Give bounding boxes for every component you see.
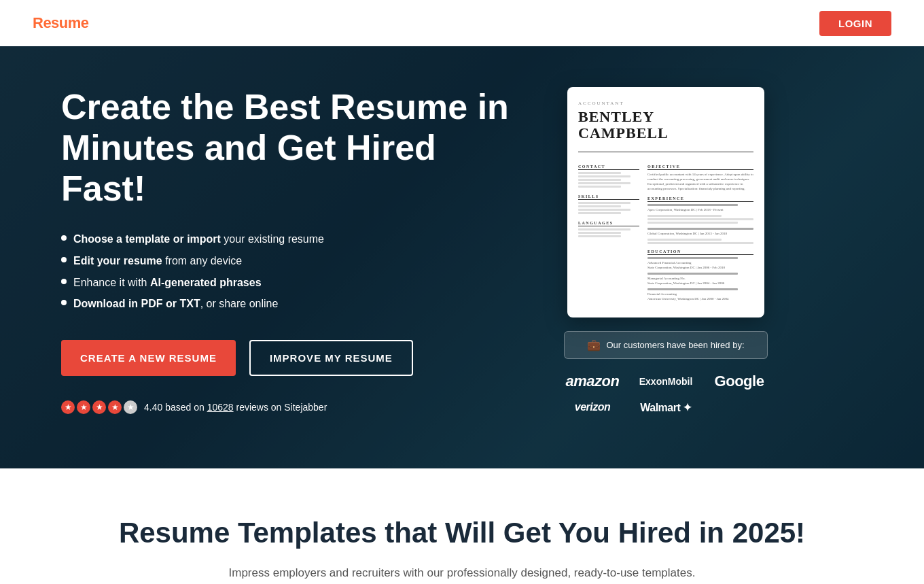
list-item: Choose a template or import your existin… bbox=[61, 230, 523, 248]
briefcase-icon: 💼 bbox=[587, 339, 601, 351]
list-item: Edit your resume from any device bbox=[61, 252, 523, 270]
improve-resume-button[interactable]: IMPROVE MY RESUME bbox=[249, 340, 413, 376]
hired-by-badge: 💼 Our customers have been hired by: bbox=[564, 331, 768, 359]
nav-links: AI Resume Builder Resume Cover Letter Bl… bbox=[509, 11, 892, 36]
hero-right: ACCOUNTANT BENTLEYCAMPBELL CONTACT SKILL… bbox=[564, 87, 768, 413]
hero-title: Create the Best Resume in Minutes and Ge… bbox=[61, 87, 523, 209]
rating-text: 4.40 based on 10628 reviews on Sitejabbe… bbox=[144, 402, 327, 413]
resume-columns: CONTACT SKILLS LANGUAGES bbox=[578, 159, 753, 304]
bullet-icon bbox=[61, 257, 67, 262]
star-2: ★ bbox=[77, 400, 90, 414]
hero-buttons: CREATE A NEW RESUME IMPROVE MY RESUME bbox=[61, 340, 523, 376]
bullet-icon bbox=[61, 279, 67, 284]
navbar: ResumeCoach AI Resume Builder Resume Cov… bbox=[0, 0, 924, 46]
amazon-logo: amazon bbox=[564, 373, 621, 390]
chevron-down-icon bbox=[656, 22, 661, 25]
google-logo: Google bbox=[711, 373, 768, 390]
nav-blog[interactable]: Blog bbox=[769, 18, 798, 29]
list-item: Download in PDF or TXT, or share online bbox=[61, 295, 523, 313]
hero-content: Create the Best Resume in Minutes and Ge… bbox=[0, 46, 924, 468]
resume-name: BENTLEYCAMPBELL bbox=[578, 109, 753, 141]
company-logos: amazon ExxonMobil Google verizon Walmart… bbox=[564, 373, 768, 414]
logo[interactable]: ResumeCoach bbox=[33, 14, 132, 32]
hero-rating: ★ ★ ★ ★ ★ 4.40 based on 10628 reviews on… bbox=[61, 400, 523, 414]
create-resume-button[interactable]: CREATE A NEW RESUME bbox=[61, 340, 236, 376]
templates-title: Resume Templates that Will Get You Hired… bbox=[33, 516, 891, 550]
list-item: Enhance it with AI-generated phrases bbox=[61, 274, 523, 292]
bullet-icon bbox=[61, 235, 67, 241]
star-1: ★ bbox=[61, 400, 75, 414]
rating-link[interactable]: 10628 bbox=[207, 402, 234, 413]
hero-bullets: Choose a template or import your existin… bbox=[61, 230, 523, 312]
walmart-logo: Walmart ✦ bbox=[637, 401, 694, 414]
chevron-down-icon bbox=[792, 22, 798, 25]
star-rating: ★ ★ ★ ★ ★ bbox=[61, 400, 137, 414]
login-button[interactable]: LOGIN bbox=[819, 11, 891, 36]
verizon-logo: verizon bbox=[564, 401, 621, 414]
hired-by-text: Our customers have been hired by: bbox=[606, 340, 744, 350]
star-3: ★ bbox=[92, 400, 106, 414]
chevron-down-icon bbox=[742, 22, 747, 25]
resume-divider bbox=[578, 152, 753, 152]
templates-section: Resume Templates that Will Get You Hired… bbox=[0, 468, 924, 584]
exxonmobil-logo: ExxonMobil bbox=[637, 373, 694, 390]
nav-cover-letter[interactable]: Cover Letter bbox=[683, 18, 747, 29]
resume-left-col: CONTACT SKILLS LANGUAGES bbox=[578, 159, 639, 304]
star-5: ★ bbox=[124, 400, 137, 414]
nav-resume[interactable]: Resume bbox=[616, 18, 662, 29]
nav-ai-resume-builder[interactable]: AI Resume Builder bbox=[509, 18, 594, 29]
resume-right-col: OBJECTIVE Certified public accountant wi… bbox=[647, 159, 753, 304]
resume-preview-card: ACCOUNTANT BENTLEYCAMPBELL CONTACT SKILL… bbox=[567, 87, 764, 317]
hero-section: Create the Best Resume in Minutes and Ge… bbox=[0, 46, 924, 468]
bullet-icon bbox=[61, 300, 67, 305]
templates-subtitle: Impress employers and recruiters with ou… bbox=[224, 566, 700, 580]
resume-tag: ACCOUNTANT bbox=[578, 101, 753, 106]
star-4: ★ bbox=[108, 400, 122, 414]
hero-left: Create the Best Resume in Minutes and Ge… bbox=[61, 87, 523, 414]
